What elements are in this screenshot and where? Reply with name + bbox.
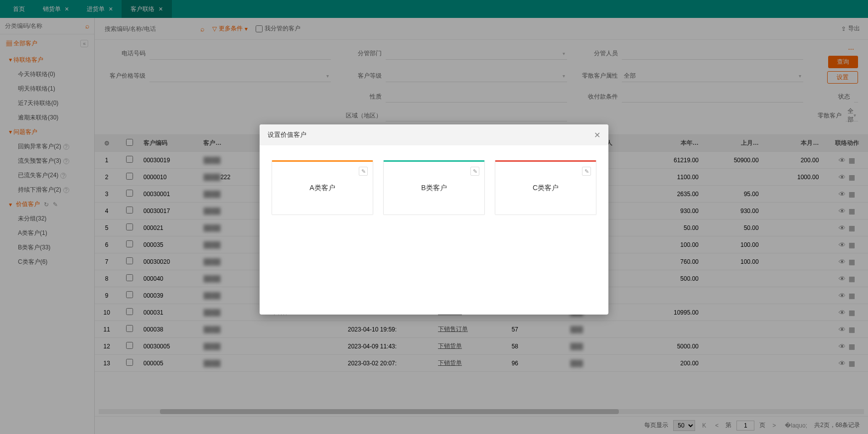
card-c[interactable]: ✎ C类客户 <box>495 160 596 215</box>
edit-icon[interactable]: ✎ <box>582 167 591 176</box>
modal-overlay[interactable]: 设置价值客户 ✕ ✎ A类客户 ✎ B类客户 ✎ C类客户 <box>0 0 868 434</box>
modal-title: 设置价值客户 <box>268 130 306 139</box>
edit-icon[interactable]: ✎ <box>470 167 479 176</box>
modal-value-customer: 设置价值客户 ✕ ✎ A类客户 ✎ B类客户 ✎ C类客户 <box>260 124 608 315</box>
close-icon[interactable]: ✕ <box>594 130 600 140</box>
card-label: C类客户 <box>533 184 559 193</box>
card-a[interactable]: ✎ A类客户 <box>272 160 373 215</box>
card-label: A类客户 <box>309 184 335 193</box>
card-b[interactable]: ✎ B类客户 <box>383 160 485 215</box>
edit-icon[interactable]: ✎ <box>359 167 368 176</box>
card-label: B类客户 <box>421 184 446 193</box>
